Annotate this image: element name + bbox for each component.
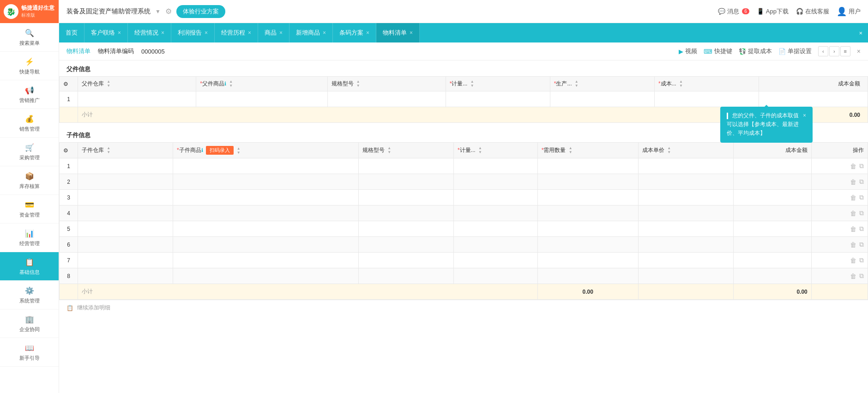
copy-icon-3[interactable]: ⧉	[859, 193, 864, 201]
child-row-3-unit-cost[interactable]	[638, 190, 733, 206]
delete-icon-2[interactable]: 🗑	[850, 178, 856, 186]
child-row-1-goods[interactable]	[173, 158, 359, 174]
child-row-3-qty[interactable]	[537, 190, 638, 206]
sidebar-item-finance[interactable]: 💳 资金管理	[0, 195, 59, 224]
tooltip-close[interactable]: ×	[803, 111, 806, 120]
parent-th-settings[interactable]: ⚙	[60, 77, 78, 91]
child-row-3-goods[interactable]	[173, 190, 359, 206]
delete-icon-1[interactable]: 🗑	[850, 163, 856, 170]
sidebar-item-system[interactable]: ⚙️ 系统管理	[0, 281, 59, 309]
sidebar-item-operations_mgr[interactable]: 📊 经营管理	[0, 224, 59, 252]
parent-row-1-spec[interactable]	[327, 91, 446, 107]
delete-icon-7[interactable]: 🗑	[850, 257, 856, 264]
child-row-4-qty[interactable]	[537, 206, 638, 221]
nav-tab-close-operations[interactable]: ×	[161, 30, 164, 36]
child-row-3-warehouse[interactable]	[78, 190, 173, 206]
child-row-5-unit-cost[interactable]	[638, 221, 733, 237]
child-row-3-unit[interactable]	[453, 190, 537, 206]
child-row-3-spec[interactable]	[358, 190, 453, 206]
copy-icon-8[interactable]: ⧉	[859, 272, 864, 280]
child-row-2-unit[interactable]	[453, 174, 537, 190]
delete-icon-6[interactable]: 🗑	[850, 241, 856, 248]
settings-icon[interactable]: ⚙	[165, 7, 172, 16]
parent-row-1-warehouse[interactable]	[78, 91, 196, 107]
sidebar-item-inventory[interactable]: 📦 库存核算	[0, 166, 59, 195]
copy-icon-6[interactable]: ⧉	[859, 241, 864, 248]
sidebar-item-guide[interactable]: 📖 新手引导	[0, 338, 59, 367]
child-row-4-goods[interactable]	[173, 206, 359, 221]
app-download-item[interactable]: 📱 App下载	[757, 7, 789, 16]
child-row-1-qty[interactable]	[537, 158, 638, 174]
scan-btn[interactable]: 扫码录入	[206, 146, 234, 155]
child-row-6-warehouse[interactable]	[78, 237, 173, 253]
child-row-8-unit-cost[interactable]	[638, 268, 733, 284]
child-row-6-unit-cost[interactable]	[638, 237, 733, 253]
child-row-4-unit[interactable]	[453, 206, 537, 221]
video-action[interactable]: ▶ 视频	[679, 47, 697, 55]
nav-tab-close-profit[interactable]: ×	[205, 30, 208, 36]
child-row-6-spec[interactable]	[358, 237, 453, 253]
sidebar-item-purchase[interactable]: 🛒 采购管理	[0, 138, 59, 166]
parent-row-1-production[interactable]	[550, 91, 654, 107]
child-row-1-unit[interactable]	[453, 158, 537, 174]
child-row-5-goods[interactable]	[173, 221, 359, 237]
child-th-settings[interactable]: ⚙	[60, 143, 78, 158]
child-row-7-warehouse[interactable]	[78, 253, 173, 268]
shortcut-action[interactable]: ⌨ 快捷键	[704, 47, 732, 55]
sidebar-item-quick[interactable]: ⚡ 快捷导航	[0, 52, 59, 80]
child-row-5-qty[interactable]	[537, 221, 638, 237]
child-row-6-goods[interactable]	[173, 237, 359, 253]
child-row-8-unit[interactable]	[453, 268, 537, 284]
nav-tab-close-bom[interactable]: ×	[410, 30, 413, 36]
sidebar-item-search[interactable]: 🔍 搜索菜单	[0, 23, 59, 52]
user-item[interactable]: 👤 用户	[837, 6, 861, 17]
nav-tab-profit[interactable]: 利润报告×	[171, 23, 215, 42]
breadcrumb-parent[interactable]: 物料清单	[66, 47, 90, 55]
message-item[interactable]: 💬 消息 6	[718, 7, 749, 16]
nav-tab-new_goods[interactable]: 新增商品×	[289, 23, 333, 42]
child-row-2-spec[interactable]	[358, 174, 453, 190]
child-row-6-unit[interactable]	[453, 237, 537, 253]
child-row-5-spec[interactable]	[358, 221, 453, 237]
copy-icon-5[interactable]: ⧉	[859, 225, 864, 233]
child-row-4-spec[interactable]	[358, 206, 453, 221]
child-row-8-goods[interactable]	[173, 268, 359, 284]
nav-tab-bom[interactable]: 物料清单×	[376, 23, 420, 42]
child-row-2-warehouse[interactable]	[78, 174, 173, 190]
parent-row-1-cost[interactable]	[654, 91, 759, 107]
sidebar-item-enterprise[interactable]: 🏢 企业协同	[0, 309, 59, 338]
nav-tab-customer[interactable]: 客户联络×	[84, 23, 128, 42]
child-row-5-unit[interactable]	[453, 221, 537, 237]
copy-icon-7[interactable]: ⧉	[859, 256, 864, 264]
child-row-2-unit-cost[interactable]	[638, 174, 733, 190]
next-btn[interactable]: ›	[829, 46, 839, 56]
nav-tab-close-goods[interactable]: ×	[279, 30, 283, 36]
child-row-2-qty[interactable]	[537, 174, 638, 190]
delete-icon-8[interactable]: 🗑	[850, 272, 856, 280]
child-row-2-goods[interactable]	[173, 174, 359, 190]
nav-tab-close-customer[interactable]: ×	[118, 30, 121, 36]
child-row-8-warehouse[interactable]	[78, 268, 173, 284]
sidebar-item-basic[interactable]: 📋 基础信息	[0, 252, 59, 281]
copy-icon-4[interactable]: ⧉	[859, 209, 864, 217]
copy-icon-2[interactable]: ⧉	[859, 178, 864, 186]
child-row-5-warehouse[interactable]	[78, 221, 173, 237]
nav-tab-history[interactable]: 经营历程×	[215, 23, 258, 42]
single-settings-action[interactable]: 📄 单据设置	[778, 47, 812, 55]
child-row-8-spec[interactable]	[358, 268, 453, 284]
child-row-8-qty[interactable]	[537, 268, 638, 284]
nav-tab-home[interactable]: 首页	[59, 23, 84, 42]
child-row-7-qty[interactable]	[537, 253, 638, 268]
online-service-item[interactable]: 🎧 在线客服	[796, 7, 829, 16]
nav-tab-close-history[interactable]: ×	[248, 30, 251, 36]
child-row-7-unit-cost[interactable]	[638, 253, 733, 268]
trial-btn[interactable]: 体验行业方案	[176, 5, 225, 18]
parent-row-1-unit[interactable]	[446, 91, 550, 107]
extract-cost-action[interactable]: 💱 提取成本	[739, 47, 772, 55]
child-row-4-warehouse[interactable]	[78, 206, 173, 221]
child-row-1-spec[interactable]	[358, 158, 453, 174]
delete-icon-4[interactable]: 🗑	[850, 210, 856, 217]
sidebar-item-sales[interactable]: 💰 销售管理	[0, 109, 59, 138]
child-row-7-goods[interactable]	[173, 253, 359, 268]
nav-tab-close-barcode[interactable]: ×	[366, 30, 369, 36]
